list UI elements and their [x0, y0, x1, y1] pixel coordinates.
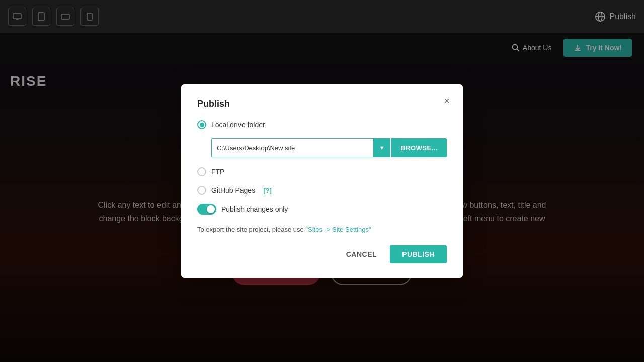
- local-drive-radio[interactable]: [197, 120, 206, 129]
- ftp-radio[interactable]: [197, 167, 206, 176]
- github-help-link[interactable]: [?]: [263, 187, 272, 194]
- local-drive-label: Local drive folder: [211, 121, 265, 129]
- modal-title: Publish: [197, 99, 447, 109]
- cancel-button[interactable]: CANCEL: [339, 246, 384, 262]
- publish-modal: Publish × Local drive folder ▼ BROWSE...…: [181, 84, 463, 278]
- publish-changes-toggle-row: Publish changes only: [197, 204, 447, 215]
- dropdown-arrow-icon: ▼: [379, 145, 385, 151]
- modal-close-button[interactable]: ×: [440, 94, 454, 108]
- publish-changes-label: Publish changes only: [221, 205, 288, 213]
- export-settings-link[interactable]: "Sites -> Site Settings": [305, 226, 371, 233]
- publish-modal-button[interactable]: PUBLISH: [390, 245, 447, 263]
- path-dropdown-button[interactable]: ▼: [373, 138, 390, 157]
- export-note-text: To export the site project, please use: [197, 226, 305, 233]
- browse-button[interactable]: BROWSE...: [391, 138, 447, 157]
- modal-footer: CANCEL PUBLISH: [197, 245, 447, 263]
- github-label: GitHub Pages: [211, 186, 255, 194]
- github-radio[interactable]: [197, 186, 206, 195]
- export-note: To export the site project, please use "…: [197, 226, 447, 233]
- local-drive-option[interactable]: Local drive folder: [197, 120, 447, 129]
- ftp-option[interactable]: FTP: [197, 167, 447, 176]
- modal-overlay: Publish × Local drive folder ▼ BROWSE...…: [0, 0, 644, 362]
- path-input-row: ▼ BROWSE...: [211, 138, 447, 157]
- toggle-knob: [207, 205, 215, 213]
- publish-changes-toggle[interactable]: [197, 204, 216, 215]
- github-pages-option[interactable]: GitHub Pages [?]: [197, 186, 447, 195]
- path-input[interactable]: [211, 138, 373, 157]
- ftp-label: FTP: [211, 168, 224, 176]
